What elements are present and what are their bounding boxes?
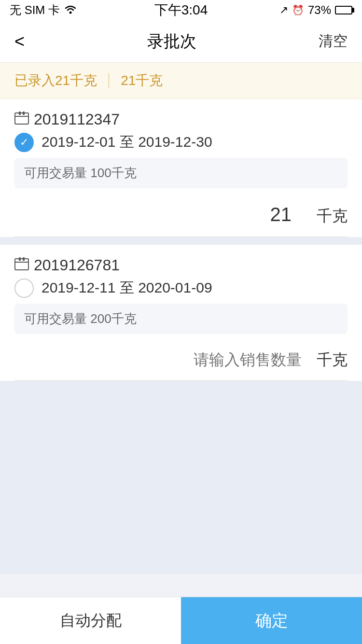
- empty-area: [0, 381, 362, 574]
- svg-point-0: [70, 12, 72, 14]
- quantity-value-1: 21: [270, 204, 292, 225]
- quantity-row-1: 21 千克: [0, 196, 362, 237]
- batch-header-1: 2019112347: [0, 99, 362, 132]
- svg-rect-1: [15, 113, 28, 124]
- batch-date-2: 2019-12-11 至 2020-01-09: [42, 278, 212, 298]
- quantity-unit-2: 千克: [317, 350, 348, 371]
- radio-2[interactable]: [14, 279, 34, 298]
- summary-label: 已录入21千克: [14, 71, 97, 90]
- bottom-bar: 自动分配 确定: [0, 597, 362, 644]
- back-button[interactable]: <: [14, 31, 25, 52]
- confirm-button[interactable]: 确定: [181, 597, 362, 644]
- batch-date-row-2[interactable]: 2019-12-11 至 2020-01-09: [0, 278, 362, 304]
- carrier-label: 无 SIM 卡: [10, 2, 60, 18]
- radio-1[interactable]: ✓: [14, 133, 34, 152]
- batch-item-2: 2019126781 2019-12-11 至 2020-01-09 可用交易量…: [0, 245, 362, 381]
- quantity-unit-1: 千克: [317, 206, 348, 227]
- section-divider: [0, 237, 362, 245]
- svg-rect-3: [23, 112, 25, 115]
- summary-divider: [109, 73, 109, 88]
- status-left: 无 SIM 卡: [10, 2, 77, 18]
- batch-id-1: 2019112347: [34, 111, 120, 128]
- quantity-row-2[interactable]: 千克: [0, 342, 362, 380]
- batch-availability-2: 可用交易量 200千克: [14, 304, 348, 334]
- auto-distribute-button[interactable]: 自动分配: [0, 597, 181, 644]
- summary-value: 21千克: [121, 71, 163, 90]
- summary-banner: 已录入21千克 21千克: [0, 63, 362, 99]
- svg-rect-2: [19, 112, 21, 115]
- alarm-icon: ⏰: [292, 4, 304, 16]
- batch-icon-2: [14, 257, 29, 274]
- page-title: 录批次: [147, 30, 196, 53]
- svg-rect-6: [19, 257, 21, 261]
- svg-rect-5: [15, 259, 28, 270]
- quantity-input-2[interactable]: [14, 351, 309, 369]
- wifi-icon: [64, 3, 77, 17]
- batch-availability-1: 可用交易量 100千克: [14, 158, 348, 188]
- svg-rect-7: [23, 257, 25, 261]
- battery-percent: 73%: [308, 3, 331, 17]
- battery-icon: [335, 6, 352, 14]
- status-right: ↗ ⏰ 73%: [279, 3, 352, 17]
- nav-bar: < 录批次 清空: [0, 20, 362, 63]
- batch-icon-1: [14, 111, 29, 128]
- batch-item-1: 2019112347 ✓ 2019-12-01 至 2019-12-30 可用交…: [0, 99, 362, 237]
- main-content: 已录入21千克 21千克 2019112347 ✓: [0, 63, 362, 644]
- clear-button[interactable]: 清空: [319, 31, 348, 51]
- batch-header-2: 2019126781: [0, 245, 362, 278]
- status-time: 下午3:04: [154, 1, 208, 19]
- status-bar: 无 SIM 卡 下午3:04 ↗ ⏰ 73%: [0, 0, 362, 20]
- location-icon: ↗: [279, 4, 288, 16]
- batch-date-row-1[interactable]: ✓ 2019-12-01 至 2019-12-30: [0, 132, 362, 158]
- check-icon-1: ✓: [20, 136, 28, 149]
- batch-date-1: 2019-12-01 至 2019-12-30: [42, 132, 212, 152]
- batch-id-2: 2019126781: [34, 256, 120, 274]
